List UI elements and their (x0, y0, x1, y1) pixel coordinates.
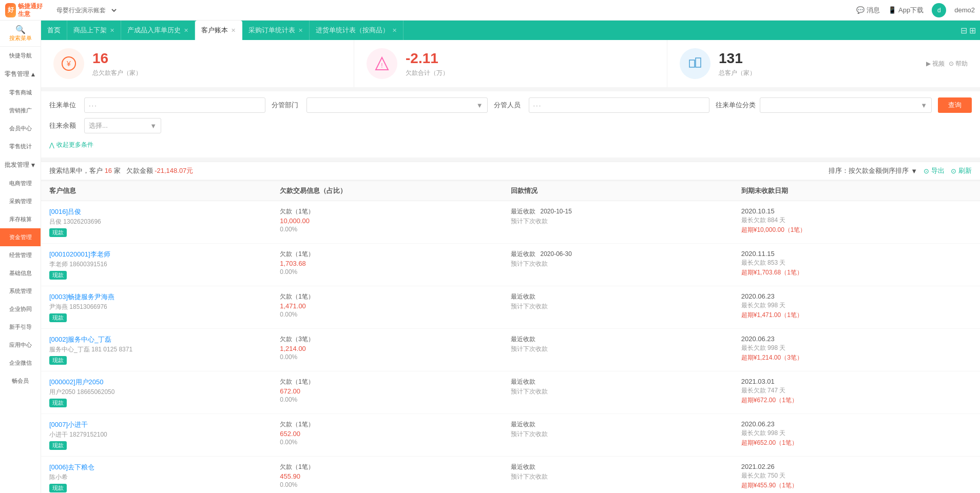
due-cell-4: 2020.06.23 最长欠款 998 天 超期¥1,214.00（3笔） (741, 335, 972, 362)
filter-unit-category-select[interactable]: ▼ (760, 97, 932, 113)
sidebar-item-purchase[interactable]: 采购管理 (0, 192, 41, 210)
sidebar-item-batch-mgmt[interactable]: 批发管理 ▼ (0, 155, 41, 174)
sidebar-item-member-center[interactable]: 会员中心 (0, 120, 41, 137)
tab-bar: 首页 商品上下架 ✕ 产成品入库单历史 ✕ 客户账本 ✕ 采购订单统计表 ✕ (41, 21, 980, 40)
sidebar-item-enterprise-collab[interactable]: 企业协同 (0, 300, 41, 318)
filter-unit-category-label: 往来单位分类 (716, 101, 756, 110)
tab-products[interactable]: 商品上下架 ✕ (67, 21, 121, 40)
overdue-link-5[interactable]: 超期¥672.00（1笔） (741, 396, 972, 405)
collapse-button[interactable]: ⋀ 收起更多条件 (49, 139, 93, 151)
help-btn[interactable]: ⊙ 帮助 (949, 60, 968, 68)
sidebar-search[interactable]: 🔍 搜索菜单 (0, 21, 41, 47)
search-button[interactable]: 查询 (938, 97, 972, 113)
sidebar-item-quick-nav[interactable]: 快捷导航 (0, 47, 41, 65)
stat-info-debt-total: -2.11 欠款合计（万） (406, 50, 655, 78)
stat-info-debt-customers: 16 总欠款客户（家） (92, 50, 341, 78)
filter-balance-select[interactable]: 选择... ▼ (84, 118, 161, 133)
chevron-down-icon: ▼ (476, 102, 483, 109)
results-bar: 搜索结果中，客户 16 家 欠款金额 -21,148.07元 排序：按欠款金额倒… (41, 162, 980, 180)
tab-close-customer[interactable]: ✕ (231, 27, 236, 34)
sidebar-item-inventory[interactable]: 库存核算 (0, 210, 41, 228)
results-summary: 搜索结果中，客户 16 家 欠款金额 -21,148.07元 (49, 166, 193, 175)
overdue-link-4[interactable]: 超期¥1,214.00（3笔） (741, 353, 972, 362)
sidebar-item-marketing[interactable]: 营销推广 (0, 102, 41, 120)
tab-close-products[interactable]: ✕ (110, 27, 114, 34)
table-header: 客户信息 欠款交易信息（占比） 回款情况 到期未收款日期 (41, 181, 980, 201)
user-avatar[interactable]: d (932, 3, 946, 17)
overdue-link-3[interactable]: 超期¥1,471.00（1笔） (741, 311, 972, 320)
sidebar-item-retail-mgmt[interactable]: 零售管理 ▲ (0, 65, 41, 84)
tab-bar-end: ⊟ ⊞ (960, 26, 980, 35)
customer-name-7[interactable]: [0006]去下粮仓 (49, 463, 280, 472)
filter-manager-input[interactable]: ··· (529, 97, 710, 113)
tab-close-import[interactable]: ✕ (392, 27, 397, 34)
due-cell-5: 2021.03.01 最长欠款 747 天 超期¥672.00（1笔） (741, 378, 972, 405)
app-download-btn[interactable]: 📱 App下载 (888, 6, 924, 15)
filter-dept-label: 分管部门 (272, 101, 302, 110)
sidebar-item-operations[interactable]: 经营管理 (0, 246, 41, 264)
sidebar-item-sys-mgmt[interactable]: 系统管理 (0, 282, 41, 300)
filter-area: 往来单位 ··· 分管部门 ▼ (41, 91, 980, 157)
tab-home[interactable]: 首页 (41, 21, 67, 40)
table-row: [0003]畅捷服务尹海燕 尹海燕 18513066976 现款 欠款（1笔） … (41, 286, 980, 329)
user-name[interactable]: demo2 (954, 6, 975, 14)
filter-source-unit-label: 往来单位 (49, 101, 80, 110)
overdue-link-6[interactable]: 超期¥652.00（1笔） (741, 439, 972, 447)
customer-name-6[interactable]: [0007]小进干 (49, 420, 280, 429)
stat-card-total-customers: 131 总客户（家） ▶ 视频 ⊙ 帮助 (667, 40, 980, 87)
customer-name-3[interactable]: [0003]畅捷服务尹海燕 (49, 292, 280, 302)
overdue-link-1[interactable]: 超期¥10,000.00（1笔） (741, 226, 972, 234)
results-actions: 排序：按欠款金额倒序排序 ▼ ⊙ 导出 ⊙ 刷新 (829, 166, 972, 175)
overdue-link-2[interactable]: 超期¥1,703.68（1笔） (741, 268, 972, 277)
col-due-date: 到期未收款日期 (741, 186, 972, 195)
stat-icon-total-customers (680, 48, 710, 79)
tab-minimize-btn[interactable]: ⊟ (960, 26, 967, 35)
message-btn[interactable]: 💬 消息 (856, 6, 880, 15)
sidebar-item-app-center[interactable]: 应用中心 (0, 336, 41, 354)
export-button[interactable]: ⊙ 导出 (924, 166, 945, 175)
filter-manager-label: 分管人员 (494, 101, 525, 110)
collection-cell-4: 最近收款 预计下次收款 (511, 335, 741, 353)
stat-card-actions: ▶ 视频 ⊙ 帮助 (926, 60, 968, 68)
overdue-link-7[interactable]: 超期¥455.90（1笔） (741, 481, 972, 490)
collection-cell-1: 最近收款 2020-10-15 预计下次收款 (511, 207, 741, 226)
customer-name-1[interactable]: [0016]吕俊 (49, 207, 280, 216)
customer-name-4[interactable]: [0002]服务中心_丁磊 (49, 335, 280, 344)
customer-cell-3: [0003]畅捷服务尹海燕 尹海燕 18513066976 现款 (49, 292, 280, 322)
company-select[interactable]: 母婴行业演示账套 (50, 5, 118, 15)
sidebar-item-ecommerce[interactable]: 电商管理 (0, 174, 41, 192)
customer-cell-1: [0016]吕俊 吕俊 13026203696 现款 (49, 207, 280, 237)
debt-cell-5: 欠款（1笔） 672.00 0.00% (280, 378, 510, 403)
top-bar: 好 畅捷通好生意 母婴行业演示账套 💬 消息 📱 App下载 d demo2 (0, 0, 980, 21)
col-customer-info: 客户信息 (49, 186, 280, 195)
filter-row-2: 往来余额 选择... ▼ (49, 118, 972, 133)
due-cell-6: 2020.06.23 最长欠款 998 天 超期¥652.00（1笔） (741, 420, 972, 447)
sidebar-item-capital[interactable]: 资金管理 (0, 228, 41, 246)
video-btn[interactable]: ▶ 视频 (926, 60, 945, 68)
refresh-button[interactable]: ⊙ 刷新 (951, 166, 972, 175)
sort-select[interactable]: 排序：按欠款金额倒序排序 ▼ (829, 166, 917, 175)
stat-card-debt-total: ! -2.11 欠款合计（万） (354, 40, 667, 87)
filter-dept-select[interactable]: ▼ (306, 97, 488, 113)
customer-name-2[interactable]: [0001020001]李老师 (49, 250, 280, 259)
due-cell-1: 2020.10.15 最长欠款 884 天 超期¥10,000.00（1笔） (741, 207, 972, 234)
table-row: [0002]服务中心_丁磊 服务中心_丁磊 181 0125 8371 现款 欠… (41, 329, 980, 371)
customer-name-5[interactable]: [000002]用户2050 (49, 378, 280, 387)
tab-close-production[interactable]: ✕ (184, 27, 188, 34)
customer-cell-5: [000002]用户2050 用户2050 18665062050 现款 (49, 378, 280, 407)
sidebar-item-retail-mall[interactable]: 零售商城 (0, 84, 41, 102)
filter-source-unit-input[interactable]: ··· (84, 97, 265, 113)
tab-import-stats[interactable]: 进货单统计表（按商品） ✕ (310, 21, 403, 40)
tab-production-history[interactable]: 产成品入库单历史 ✕ (121, 21, 195, 40)
tab-purchase-stats[interactable]: 采购订单统计表 ✕ (242, 21, 310, 40)
tab-maximize-btn[interactable]: ⊞ (969, 26, 976, 35)
debt-value: -21,148.07元 (155, 167, 193, 174)
sidebar-item-enterprise-wechat[interactable]: 企业微信 (0, 354, 41, 372)
stat-label-debt-total: 欠款合计（万） (406, 69, 655, 77)
sidebar-item-retail-stats[interactable]: 零售统计 (0, 137, 41, 155)
tab-customer-account[interactable]: 客户账本 ✕ (195, 21, 242, 40)
tab-close-purchase[interactable]: ✕ (298, 27, 303, 34)
sidebar-item-base-info[interactable]: 基础信息 (0, 264, 41, 282)
sidebar-item-vip-member[interactable]: 畅会员 (0, 372, 41, 390)
sidebar-item-newbie[interactable]: 新手引导 (0, 318, 41, 336)
